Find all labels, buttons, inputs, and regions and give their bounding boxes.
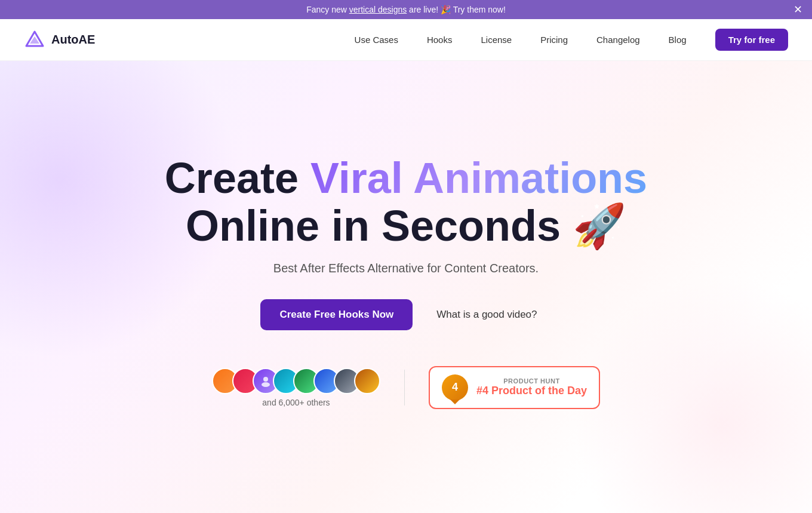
nav-link-pricing[interactable]: Pricing [528,30,580,50]
logo-text: AutoAE [51,33,95,47]
announcement-banner: Fancy new vertical designs are live! 🎉 T… [0,0,812,19]
nav-link-changelog[interactable]: Changelog [585,30,652,50]
create-hooks-button[interactable]: Create Free Hooks Now [260,299,413,330]
ph-text-group: PRODUCT HUNT #4 Product of the Day [476,377,587,397]
ph-medal: 4 [442,374,468,401]
navbar: AutoAE Use Cases Hooks License Pricing C… [0,19,812,61]
good-video-button[interactable]: What is a good video? [422,299,551,330]
product-hunt-badge[interactable]: 4 PRODUCT HUNT #4 Product of the Day [429,366,600,409]
hero-subtitle: Best After Effects Alternative for Conte… [273,262,539,275]
ph-label: PRODUCT HUNT [476,377,587,385]
hero-title-plain: Create [165,154,310,202]
announcement-prefix: Fancy new [306,5,349,14]
nav-link-use-cases[interactable]: Use Cases [343,30,410,50]
announcement-text: Fancy new vertical designs are live! 🎉 T… [306,5,506,14]
nav-links: Use Cases Hooks License Pricing Changelo… [343,35,788,45]
avatars-group [212,368,380,394]
ph-rank: #4 Product of the Day [476,385,587,397]
announcement-link[interactable]: vertical designs [349,5,407,14]
svg-point-2 [263,377,268,382]
ph-medal-number: 4 [452,381,458,394]
hero-buttons: Create Free Hooks Now What is a good vid… [260,299,551,330]
avatar-8 [354,368,380,394]
social-count-text: and 6,000+ others [262,398,330,407]
hero-title-line2: Online in Seconds 🚀 [186,202,626,250]
svg-point-3 [262,382,270,387]
hero-title: Create Viral Animations Online in Second… [165,155,647,249]
announcement-close-button[interactable]: ✕ [793,4,802,15]
try-for-free-button[interactable]: Try for free [715,29,788,51]
social-proof-divider [404,370,405,406]
nav-link-blog[interactable]: Blog [657,30,699,50]
logo[interactable]: AutoAE [24,29,95,51]
nav-link-hooks[interactable]: Hooks [415,30,465,50]
announcement-suffix: are live! 🎉 Try them now! [407,5,506,14]
hero-section: Create Viral Animations Online in Second… [0,61,812,513]
avatars-section: and 6,000+ others [212,368,380,407]
logo-icon [24,29,45,51]
avatar-icon-3 [259,374,272,388]
nav-link-license[interactable]: License [469,30,524,50]
hero-title-gradient: Viral Animations [310,154,647,202]
social-proof: and 6,000+ others 4 PRODUCT HUNT #4 Prod… [212,366,600,409]
